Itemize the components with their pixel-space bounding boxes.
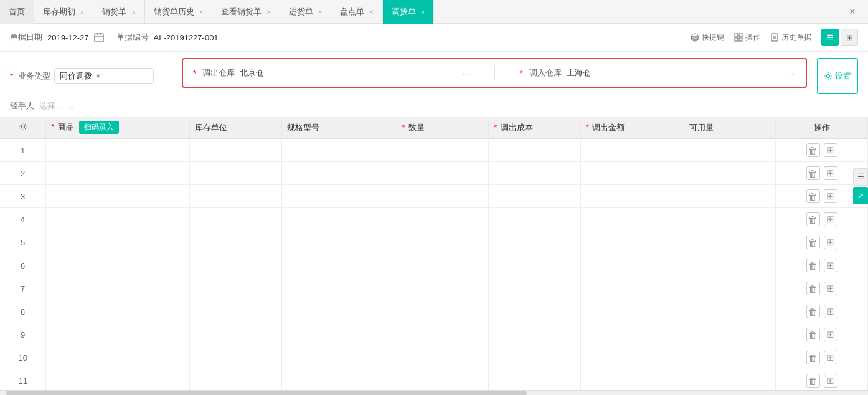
delete-btn[interactable]: 🗑 [806,328,820,341]
delete-btn[interactable]: 🗑 [806,189,820,203]
date-value: 2019-12-27 [47,33,89,42]
th-unit: 库存单位 [190,117,282,139]
tab-transfer-order-close[interactable]: × [421,8,425,16]
table-row: 5🗑⊞ [0,231,868,254]
calendar-icon[interactable] [94,32,104,42]
tab-purchase-order-close[interactable]: × [318,8,322,16]
copy-btn[interactable]: ⊞ [824,212,837,226]
tab-home[interactable]: 首页 [0,0,34,24]
th-avail-label: 可用量 [689,123,714,132]
copy-btn[interactable]: ⊞ [824,189,837,203]
copy-btn[interactable]: ⊞ [824,282,837,295]
history-btn[interactable]: 历史单据 [770,32,811,43]
shortcuts-btn[interactable]: ⌨ 快捷键 [691,32,724,43]
delete-btn[interactable]: 🗑 [806,305,820,318]
scan-btn[interactable]: 扫码录入 [79,121,119,134]
th-avail: 可用量 [684,117,776,139]
tab-sales-order[interactable]: 销货单 × [93,0,144,24]
tab-transfer-order-label: 调拨单 [392,6,416,17]
operations-label: 操作 [745,32,760,43]
out-warehouse-more-btn[interactable]: ··· [463,69,469,78]
tab-inventory-init-close[interactable]: × [80,8,84,16]
th-amount-label: 调出金额 [592,123,625,132]
code-group: 单据编号 AL-20191227-001 [116,32,219,43]
delete-btn[interactable]: 🗑 [806,236,820,249]
main-content: 单据日期 2019-12-27 单据编号 AL-20191227-001 ⌨ 快… [0,24,868,395]
tab-transfer-order[interactable]: 调拨单 × [383,0,434,24]
horizontal-scrollbar[interactable] [0,390,868,395]
out-warehouse-label: 调出仓库 [202,67,235,79]
operations-btn[interactable]: 操作 [734,32,760,43]
side-panel: ☰ ↗ [853,168,868,204]
form-area: * 业务类型 同价调拨 ▼ * 调出仓库 北京仓 ··· [0,52,868,117]
th-gear[interactable] [0,117,46,139]
data-table: * 商品 扫码录入 库存单位 规格型号 * 数量 * [0,117,868,390]
table-row: 7🗑⊞ [0,277,868,300]
business-type-label: 业务类型 [18,70,50,82]
copy-btn[interactable]: ⊞ [824,166,837,180]
copy-btn[interactable]: ⊞ [824,305,837,318]
svg-rect-7 [739,34,742,37]
tab-bar-end: × [843,2,868,21]
tab-inventory-init-label: 库存期初 [43,6,75,17]
tab-inventory-init[interactable]: 库存期初 × [34,0,93,24]
tab-sales-order-close[interactable]: × [131,8,135,16]
in-warehouse-more-btn[interactable]: ··· [789,69,796,78]
person-field: 经手人 选择... ··· [10,100,134,112]
warehouse-section: * 调出仓库 北京仓 ··· * 调入仓库 上海仓 ··· [182,58,807,88]
window-close-button[interactable]: × [843,2,862,21]
tab-bar: 首页 库存期初 × 销货单 × 销货单历史 × 查看销货单 × 进货单 × 盘点… [0,0,868,24]
copy-btn[interactable]: ⊞ [824,351,837,364]
delete-btn[interactable]: 🗑 [806,374,820,388]
side-export-btn[interactable]: ↗ [853,187,868,204]
layout-btn-1[interactable]: ☰ [821,29,839,46]
business-type-select[interactable]: 同价调拨 ▼ [54,68,154,84]
tab-sales-history[interactable]: 销货单历史 × [145,0,212,24]
side-list-btn[interactable]: ☰ [853,168,868,186]
tab-view-sales[interactable]: 查看销货单 × [212,0,280,24]
copy-btn[interactable]: ⊞ [824,259,837,272]
tab-purchase-order[interactable]: 进货单 × [280,0,331,24]
date-label: 单据日期 [10,32,42,43]
business-type-star: * [10,72,13,81]
form-row-1: * 业务类型 同价调拨 ▼ * 调出仓库 北京仓 ··· [10,58,858,94]
date-group: 单据日期 2019-12-27 [10,32,104,43]
layout-btn-2[interactable]: ⊞ [841,29,858,46]
copy-btn[interactable]: ⊞ [824,328,837,341]
tab-inventory-check-close[interactable]: × [369,8,373,16]
settings-button[interactable]: 设置 [817,58,858,94]
delete-btn[interactable]: 🗑 [806,282,820,295]
th-qty-label: 数量 [408,123,425,132]
delete-btn[interactable]: 🗑 [806,259,820,272]
out-warehouse-value: 北京仓 [240,67,264,79]
out-wh-star: * [193,69,196,78]
scrollbar-thumb[interactable] [6,391,527,395]
tab-sales-history-close[interactable]: × [199,8,203,16]
tab-home-label: 首页 [9,6,25,17]
person-placeholder[interactable]: 选择... [39,100,62,112]
svg-rect-9 [739,38,742,41]
th-amount: * 调出金额 [580,117,684,139]
table-row: 3🗑⊞ [0,185,868,208]
toolbar: 单据日期 2019-12-27 单据编号 AL-20191227-001 ⌨ 快… [0,24,868,52]
person-more-btn[interactable]: ··· [67,102,74,111]
svg-text:⌨: ⌨ [691,36,699,41]
th-unit-label: 库存单位 [195,123,227,132]
tab-view-sales-close[interactable]: × [267,8,270,16]
delete-btn[interactable]: 🗑 [806,143,820,157]
svg-point-13 [827,75,830,78]
copy-btn[interactable]: ⊞ [824,236,837,249]
tab-sales-history-label: 销货单历史 [154,6,194,17]
business-type-field: * 业务类型 同价调拨 ▼ [10,58,172,94]
th-ops: 操作 [776,117,868,139]
delete-btn[interactable]: 🗑 [806,212,820,226]
copy-btn[interactable]: ⊞ [824,143,837,157]
copy-btn[interactable]: ⊞ [824,374,837,388]
history-label: 历史单据 [781,32,811,43]
tab-inventory-check[interactable]: 盘点单 × [331,0,382,24]
delete-btn[interactable]: 🗑 [806,166,820,180]
th-product-label: 商品 [58,122,74,131]
svg-rect-0 [95,34,103,42]
business-type-value: 同价调拨 [60,70,92,82]
delete-btn[interactable]: 🗑 [806,351,820,364]
